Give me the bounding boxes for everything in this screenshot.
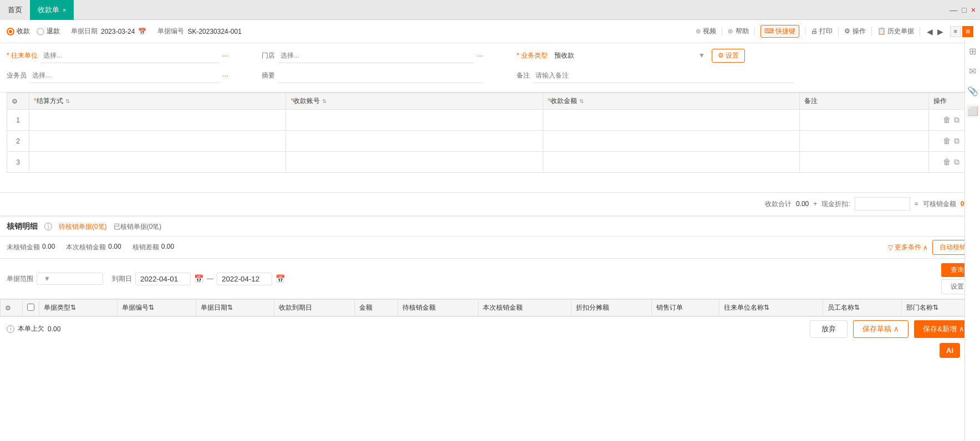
cell-settlement-1[interactable]: [29, 110, 286, 131]
maximize-btn[interactable]: □: [962, 6, 966, 14]
minimize-btn[interactable]: —: [950, 6, 957, 14]
cell-account-3[interactable]: [286, 152, 543, 173]
th-settlement: *结算方式⇅: [29, 93, 286, 110]
history-btn[interactable]: 📋 历史单据: [877, 27, 914, 36]
draft-button[interactable]: 保存草稿 ∧: [853, 320, 908, 338]
business-type-arrow[interactable]: ▼: [698, 52, 705, 59]
summary-input[interactable]: [278, 68, 483, 83]
staff-label: 业务员: [7, 71, 27, 80]
sidebar-mail-icon[interactable]: ✉: [966, 64, 979, 78]
grid-view-btn[interactable]: ⊞: [962, 26, 973, 37]
counterpart-input[interactable]: [41, 48, 220, 63]
delete-icon-3[interactable]: 🗑: [943, 157, 951, 167]
cell-remark-1[interactable]: [800, 110, 929, 131]
pending-tab[interactable]: 待核销单据(0笔): [59, 222, 107, 232]
copy-icon-2[interactable]: ⧉: [954, 136, 959, 146]
draft-arrow-icon[interactable]: ∧: [894, 325, 899, 333]
diff-label: 核销差额: [132, 243, 159, 252]
operation-btn[interactable]: ⚙ 操作: [844, 27, 865, 36]
delete-icon-1[interactable]: 🗑: [943, 115, 951, 125]
cell-amount-2[interactable]: [543, 131, 799, 152]
more-conditions-btn[interactable]: ▽ 更多条件 ∧: [888, 243, 928, 252]
print-btn[interactable]: 🖨 打印: [811, 27, 833, 36]
shortcut-btn[interactable]: ⌨ 快捷键: [760, 25, 799, 38]
row-num-1: 1: [7, 110, 29, 131]
cell-amount-3[interactable]: [543, 152, 799, 173]
tab-bar: 首页 收款单 × — □ ×: [0, 0, 980, 20]
date-to-input[interactable]: [217, 273, 272, 285]
footer: i 本单上欠 0.00 放弃 保存草稿 ∧ 保存&新增 ∧: [0, 316, 980, 341]
cell-account-2[interactable]: [286, 131, 543, 152]
current-stat: 本次核销金额 0.00: [66, 243, 121, 252]
copy-icon-1[interactable]: ⧉: [954, 115, 959, 125]
footer-info-icon[interactable]: i: [7, 325, 14, 333]
ai-button[interactable]: Ai: [940, 343, 960, 358]
footer-left: i 本单上欠 0.00: [7, 324, 60, 334]
sidebar-attach-icon[interactable]: 📎: [966, 84, 979, 98]
tab-close-icon[interactable]: ×: [63, 7, 66, 13]
equals-sign: =: [915, 200, 918, 208]
select-all-checkbox[interactable]: [27, 304, 34, 311]
counterpart-more-btn[interactable]: ···: [222, 51, 228, 60]
table-container: ⚙ *结算方式⇅ *收款账号⇅ *收款金额⇅ 备注 操作 1: [0, 93, 980, 192]
cell-amount-1[interactable]: [543, 110, 799, 131]
th-settings[interactable]: ⚙: [7, 93, 29, 110]
nav-prev[interactable]: ◀: [926, 26, 934, 37]
sidebar-frame-icon[interactable]: ⬜: [966, 104, 979, 117]
date-from-input[interactable]: [135, 273, 191, 285]
video-btn[interactable]: ⊙ 视频: [696, 27, 716, 36]
save-arrow-icon[interactable]: ∧: [959, 325, 964, 333]
radio-refund-dot: [37, 28, 44, 35]
remark-input[interactable]: [533, 68, 794, 83]
radio-refund-label: 退款: [47, 27, 60, 36]
cell-remark-2[interactable]: [800, 131, 929, 152]
diff-value: 0.00: [161, 243, 174, 252]
reconcile-info-icon[interactable]: i: [44, 223, 52, 230]
sidebar-table-icon[interactable]: ⊞: [966, 44, 979, 58]
rth-amount: 金额: [355, 300, 397, 316]
settings-button[interactable]: ⚙ 设置: [712, 49, 745, 63]
abandon-button[interactable]: 放弃: [810, 320, 848, 338]
current-owe-value: 0.00: [48, 325, 60, 333]
radio-receipt-dot: [7, 28, 14, 35]
calendar-icon[interactable]: 📅: [138, 28, 146, 35]
divider-1: [722, 27, 722, 36]
discount-label: 现金折扣:: [821, 199, 850, 209]
more-conditions-label: 更多条件: [895, 243, 921, 252]
close-btn[interactable]: ×: [971, 6, 976, 14]
list-view-btn[interactable]: ≡: [950, 26, 961, 37]
rtable-settings-icon[interactable]: ⚙: [5, 304, 11, 312]
range-field: 单据范围 ▼: [7, 273, 103, 285]
calendar-from-icon[interactable]: 📅: [194, 274, 203, 283]
cell-settlement-2[interactable]: [29, 131, 286, 152]
counterpart-label: * 往来单位: [7, 51, 38, 60]
nav-next[interactable]: ▶: [936, 26, 945, 37]
range-select[interactable]: ▼: [37, 273, 103, 285]
store-input[interactable]: [278, 48, 474, 63]
tab-home[interactable]: 首页: [0, 0, 30, 20]
due-date-label: 到期日: [112, 274, 132, 284]
reconcile-stats: 未核销金额 0.00 本次核销金额 0.00 核销差额 0.00 ▽ 更多条件 …: [0, 237, 980, 259]
tab-receipt[interactable]: 收款单 ×: [30, 0, 74, 20]
store-more-btn[interactable]: ···: [477, 51, 483, 60]
cell-remark-3[interactable]: [800, 152, 929, 173]
rth-checkbox[interactable]: [23, 300, 39, 316]
date-field: 单据日期 2023-03-24 📅: [71, 27, 146, 36]
cell-account-1[interactable]: [286, 110, 543, 131]
date-range-field: 到期日 📅 — 📅: [112, 273, 285, 285]
cell-settlement-3[interactable]: [29, 152, 286, 173]
radio-refund[interactable]: 退款: [37, 27, 60, 36]
delete-icon-2[interactable]: 🗑: [943, 136, 951, 146]
unreconciled-value: 0.00: [42, 243, 55, 252]
nav-group: ◀ ▶: [926, 26, 945, 37]
help-btn[interactable]: ⊙ 帮助: [728, 27, 748, 36]
discount-input[interactable]: [855, 197, 910, 211]
done-tab[interactable]: 已核销单据(0笔): [114, 222, 162, 232]
radio-receipt[interactable]: 收款: [7, 27, 30, 36]
copy-icon-3[interactable]: ⧉: [954, 157, 959, 167]
staff-more-btn[interactable]: ···: [222, 71, 228, 80]
table-settings-icon[interactable]: ⚙: [12, 98, 18, 105]
staff-input[interactable]: [30, 68, 220, 83]
calendar-to-icon[interactable]: 📅: [275, 274, 285, 283]
rth-settings[interactable]: ⚙: [1, 300, 23, 316]
